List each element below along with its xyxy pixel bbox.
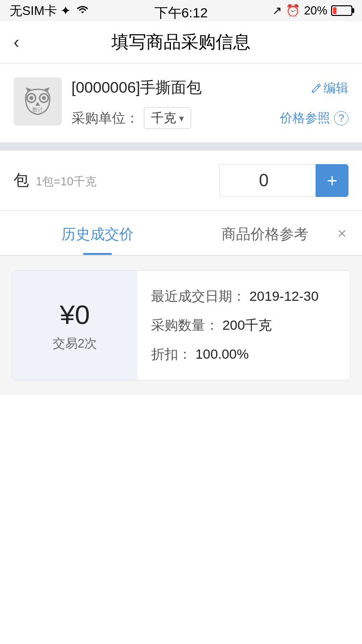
section-divider	[0, 143, 362, 151]
alarm-icon: ⏰	[286, 4, 300, 17]
price-detail-qty-row: 采购数量： 200千克	[151, 315, 336, 336]
page-title: 填写商品采购信息	[111, 30, 251, 54]
recent-date-value: 2019-12-30	[250, 289, 319, 304]
quantity-label-group: 包 1包=10千克	[14, 170, 97, 191]
product-unit-row: 采购单位： 千克 ▾ 价格参照 ?	[71, 107, 348, 129]
tab-active-underline	[83, 253, 112, 255]
tabs-header: 历史成交价 商品价格参考 ×	[0, 211, 362, 255]
tab-close-button[interactable]: ×	[334, 220, 350, 246]
product-name: [0000006]手撕面包	[71, 77, 202, 98]
svg-point-1	[29, 96, 33, 100]
price-card-left: ¥0 交易2次	[12, 271, 138, 380]
tab-history-price-label: 历史成交价	[61, 226, 134, 242]
tab-product-price-ref-label: 商品价格参考	[222, 226, 308, 242]
purchase-qty-label: 采购数量：	[151, 318, 219, 333]
price-trades: 交易2次	[53, 335, 97, 352]
quantity-input[interactable]	[219, 164, 316, 197]
svg-point-3	[42, 96, 46, 100]
location-icon: ↗	[272, 4, 282, 17]
product-info: [0000006]手撕面包 编辑 采购单位： 千克 ▾ 价格参照	[71, 77, 348, 129]
price-symbol: ¥	[60, 299, 75, 330]
tab-product-price-ref[interactable]: 商品价格参考	[181, 211, 348, 255]
dropdown-arrow-icon: ▾	[179, 112, 184, 124]
quantity-unit: 包	[14, 170, 29, 191]
carrier-text: 无SIM卡 ✦	[10, 2, 71, 19]
tab-history-price[interactable]: 历史成交价	[14, 211, 181, 255]
battery-icon	[331, 5, 352, 16]
discount-value: 100.00%	[195, 347, 249, 362]
unit-label: 采购单位：	[71, 109, 139, 127]
price-value: 0	[75, 299, 90, 330]
unit-select-text: 千克	[151, 110, 176, 126]
wifi-icon	[76, 3, 89, 18]
bottom-area	[0, 395, 362, 644]
edit-button[interactable]: 编辑	[311, 80, 348, 97]
price-ref-help-icon: ?	[334, 111, 348, 126]
price-amount: ¥0	[60, 299, 90, 330]
status-time: 下午6:12	[154, 4, 208, 22]
price-card-right: 最近成交日期： 2019-12-30 采购数量： 200千克 折扣： 100.0…	[138, 271, 350, 380]
back-button[interactable]: ‹	[14, 32, 19, 53]
quantity-plus-button[interactable]: +	[316, 164, 348, 197]
product-name-row: [0000006]手撕面包 编辑	[71, 77, 348, 98]
quantity-input-group: +	[219, 164, 348, 197]
nav-bar: ‹ 填写商品采购信息	[0, 21, 362, 64]
product-logo: 数计	[14, 77, 62, 126]
svg-marker-4	[35, 102, 40, 106]
price-card: ¥0 交易2次 最近成交日期： 2019-12-30 采购数量： 200千克 折…	[12, 270, 350, 380]
recent-date-label: 最近成交日期：	[151, 289, 246, 304]
price-ref-button[interactable]: 价格参照 ?	[280, 110, 348, 126]
status-bar: 无SIM卡 ✦ 下午6:12 ↗ ⏰ 20%	[0, 0, 362, 21]
discount-label: 折扣：	[151, 347, 192, 362]
quantity-conversion: 1包=10千克	[36, 174, 97, 189]
unit-select[interactable]: 千克 ▾	[144, 107, 191, 129]
status-right: ↗ ⏰ 20%	[272, 4, 352, 17]
product-card: 数计 [0000006]手撕面包 编辑 采购单位： 千克	[0, 64, 362, 143]
status-left: 无SIM卡 ✦	[10, 2, 89, 19]
svg-text:数计: 数计	[32, 107, 43, 112]
tabs-section: 历史成交价 商品价格参考 ×	[0, 211, 362, 256]
quantity-row: 包 1包=10千克 +	[0, 151, 362, 211]
price-ref-label: 价格参照	[280, 110, 330, 126]
battery-percent: 20%	[304, 4, 327, 17]
price-detail-date-row: 最近成交日期： 2019-12-30	[151, 286, 336, 307]
price-detail-discount-row: 折扣： 100.00%	[151, 344, 336, 364]
purchase-qty-value: 200千克	[223, 318, 272, 333]
